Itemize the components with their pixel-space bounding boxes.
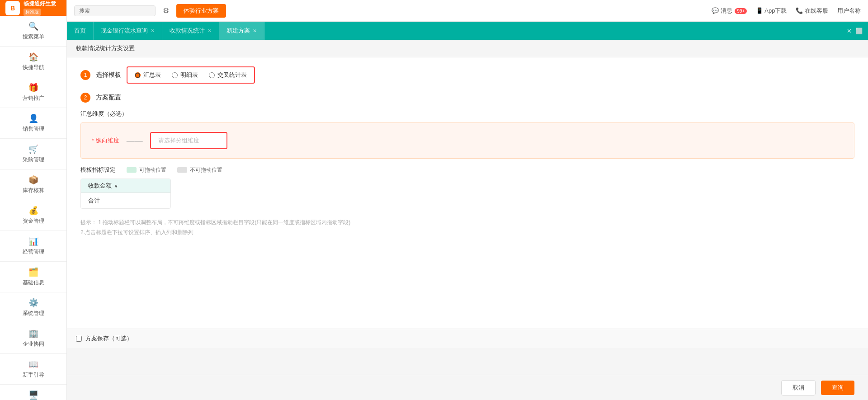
message-label: 消息 xyxy=(721,7,732,14)
logo-tag: 标准版 xyxy=(24,9,41,16)
chevron-down-icon: ∨ xyxy=(114,184,118,188)
step1-number: 1 xyxy=(80,70,90,80)
sidebar-item-quick-nav[interactable]: 🏠 快捷导航 xyxy=(0,47,66,77)
tab-bank-flow[interactable]: 现金银行流水查询 ✕ xyxy=(94,22,162,40)
service-icon: 📞 xyxy=(796,7,803,14)
sidebar: B 畅捷通好生意 标准版 🔍 搜索菜单 🏠 快捷导航 🎁 营销推广 👤 销售管理… xyxy=(0,0,67,400)
service-label: 在线客服 xyxy=(805,7,828,14)
sidebar-item-label: 系统管理 xyxy=(23,310,44,317)
sidebar-item-guide[interactable]: 📖 新手引导 xyxy=(0,354,66,385)
metrics-header[interactable]: 收款金额 ∨ xyxy=(81,179,170,193)
sidebar-item-label: 基础信息 xyxy=(23,279,44,287)
no-drag-label: 不可拖动位置 xyxy=(190,166,222,174)
step2-number: 2 xyxy=(80,93,90,103)
drag-indicator xyxy=(127,167,137,173)
topbar: ⚙ 体验行业方案 💬 消息 99+ 📱 App下载 📞 在线客服 用户名称 xyxy=(67,0,868,22)
radio-cross[interactable] xyxy=(209,72,215,78)
settings-icon[interactable]: ⚙ xyxy=(163,6,169,15)
save-option: 方案保存（可选） xyxy=(67,329,868,348)
sidebar-logo: B 畅捷通好生意 标准版 xyxy=(0,0,66,16)
money-icon: 💰 xyxy=(28,206,38,216)
metrics-title-bar: 模板指标设定 可拖动位置 不可拖动位置 xyxy=(80,166,854,174)
tab-payment-stats[interactable]: 收款情况统计 ✕ xyxy=(162,22,219,40)
logo-text: 畅捷通好生意 标准版 xyxy=(24,0,56,16)
download-label: App下载 xyxy=(764,7,787,14)
sidebar-item-inventory[interactable]: 📦 库存核算 xyxy=(0,169,66,200)
sidebar-item-enterprise[interactable]: 🏢 企业协同 xyxy=(0,323,66,354)
folder-icon: 🗂️ xyxy=(28,267,38,277)
sidebar-item-label: 营销推广 xyxy=(23,94,44,102)
step1-title: 选择模板 xyxy=(96,71,121,79)
logo-icon: B xyxy=(5,1,20,15)
dimension-select[interactable]: 请选择分组维度 xyxy=(150,132,227,149)
main-area: ⚙ 体验行业方案 💬 消息 99+ 📱 App下载 📞 在线客服 用户名称 首页… xyxy=(67,0,868,400)
config-subsection: 汇总维度（必选） * 纵向维度 —— 请选择分组维度 xyxy=(80,110,854,159)
save-checkbox[interactable] xyxy=(76,336,82,342)
option-cross-label: 交叉统计表 xyxy=(217,71,247,79)
form-area: 1 选择模板 汇总表 明细表 交叉统计表 xyxy=(67,57,868,329)
draggable-legend: 可拖动位置 xyxy=(127,166,166,174)
option-summary-label: 汇总表 xyxy=(143,71,161,79)
tip-line2: 2.点击标题栏下拉可设置排序、插入列和删除列 xyxy=(80,228,854,238)
sidebar-item-marketing[interactable]: 🎁 营销推广 xyxy=(0,77,66,108)
page-title: 收款情况统计方案设置 xyxy=(67,40,868,57)
cart-icon: 🛒 xyxy=(28,144,38,154)
maximize-icon[interactable]: ⬜ xyxy=(855,28,863,34)
save-option-label: 方案保存（可选） xyxy=(85,334,132,343)
tab-payment-stats-close[interactable]: ✕ xyxy=(208,28,212,34)
tips-section: 提示： 1.拖动标题栏可以调整布局，不可跨维度或指标区域拖动栏目字段(只能在同一… xyxy=(80,218,854,237)
search-input[interactable] xyxy=(74,5,156,16)
monitor-icon: 🖥️ xyxy=(28,390,38,400)
sidebar-item-label: 企业协同 xyxy=(23,340,44,348)
template-options: 汇总表 明细表 交叉统计表 xyxy=(127,66,255,84)
sidebar-item-label: 采购管理 xyxy=(23,156,44,164)
tab-new-plan[interactable]: 新建方案 ✕ xyxy=(219,22,264,40)
app-download[interactable]: 📱 App下载 xyxy=(756,7,787,15)
box-icon: 📦 xyxy=(28,175,38,185)
draggable-label: 可拖动位置 xyxy=(139,166,166,174)
download-icon: 📱 xyxy=(756,7,763,14)
dimension-section-title: 汇总维度（必选） xyxy=(80,110,854,118)
sidebar-item-basic-info[interactable]: 🗂️ 基础信息 xyxy=(0,262,66,292)
close-tab-icon[interactable]: ✕ xyxy=(847,28,852,34)
radio-detail[interactable] xyxy=(172,72,178,78)
tabbar-actions: ✕ ⬜ xyxy=(841,22,868,40)
tip-line1: 提示： 1.拖动标题栏可以调整布局，不可跨维度或指标区域拖动栏目字段(只能在同一… xyxy=(80,218,854,228)
query-button[interactable]: 查询 xyxy=(821,381,854,395)
metrics-sub-row: 合计 xyxy=(88,197,100,204)
sidebar-item-operation[interactable]: 📊 经营管理 xyxy=(0,231,66,262)
sidebar-item-purchase[interactable]: 🛒 采购管理 xyxy=(0,139,66,169)
option-summary[interactable]: 汇总表 xyxy=(135,71,161,79)
metrics-title: 模板指标设定 xyxy=(80,166,116,174)
dimension-box: * 纵向维度 —— 请选择分组维度 xyxy=(80,122,854,159)
option-cross[interactable]: 交叉统计表 xyxy=(209,71,247,79)
sidebar-item-label: 库存核算 xyxy=(23,187,44,194)
sidebar-item-system[interactable]: ⚙️ 系统管理 xyxy=(0,292,66,323)
sidebar-item-label: 经营管理 xyxy=(23,248,44,256)
tab-home-label: 首页 xyxy=(74,27,86,35)
cancel-button[interactable]: 取消 xyxy=(781,380,816,395)
trial-button[interactable]: 体验行业方案 xyxy=(176,4,226,18)
sidebar-item-hardware[interactable]: 🖥️ 智能硬件 xyxy=(0,385,66,400)
sidebar-item-search-menu[interactable]: 🔍 搜索菜单 xyxy=(0,16,66,47)
sidebar-item-label: 资金管理 xyxy=(23,217,44,225)
tab-bank-flow-close[interactable]: ✕ xyxy=(151,28,155,34)
tab-new-plan-close[interactable]: ✕ xyxy=(253,28,257,34)
tab-new-plan-label: 新建方案 xyxy=(226,27,250,35)
sidebar-item-label: 搜索菜单 xyxy=(23,33,44,41)
message-area[interactable]: 💬 消息 99+ xyxy=(712,7,747,15)
radio-summary[interactable] xyxy=(135,72,141,78)
metrics-header-label: 收款金额 xyxy=(88,182,112,190)
book-icon: 📖 xyxy=(28,359,38,369)
tab-home[interactable]: 首页 xyxy=(67,22,94,40)
building-icon: 🏢 xyxy=(28,329,38,339)
tab-payment-stats-label: 收款情况统计 xyxy=(170,27,205,35)
option-detail[interactable]: 明细表 xyxy=(172,71,198,79)
search-menu-icon: 🔍 xyxy=(28,21,38,31)
user-name[interactable]: 用户名称 xyxy=(837,7,861,15)
sidebar-item-sales[interactable]: 👤 销售管理 xyxy=(0,108,66,139)
online-service[interactable]: 📞 在线客服 xyxy=(796,7,828,15)
sidebar-item-finance[interactable]: 💰 资金管理 xyxy=(0,200,66,231)
option-detail-label: 明细表 xyxy=(180,71,198,79)
chart-icon: 📊 xyxy=(28,236,38,246)
